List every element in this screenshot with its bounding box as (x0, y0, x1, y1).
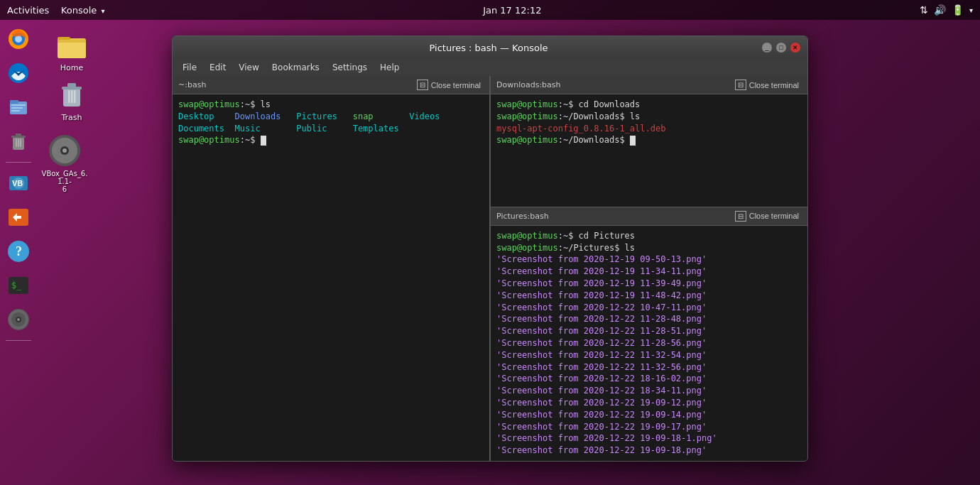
vboxgas-icon-label: VBox_GAs_6.1.1-6 (40, 170, 89, 193)
battery-icon: 🔋 (952, 4, 964, 16)
close-terminal-icon-left: ⊟ (417, 80, 428, 90)
konsole-terminals: ~:bash ⊟ Close terminal swap@optimus:~$ … (173, 76, 807, 461)
svg-rect-8 (11, 110, 20, 111)
close-terminal-top-right[interactable]: ⊟ Close terminal (732, 78, 802, 92)
home-folder-icon (55, 27, 89, 61)
firefox-icon (6, 26, 31, 52)
svg-rect-36 (74, 90, 76, 103)
dock-item-dvd[interactable] (3, 304, 34, 335)
terminal-panel-left: ~:bash ⊟ Close terminal swap@optimus:~$ … (173, 76, 490, 461)
dock-separator-2 (6, 340, 31, 341)
minimize-button[interactable]: _ (762, 43, 772, 53)
menu-view[interactable]: View (233, 61, 264, 74)
dropdown-icon[interactable]: ▾ (969, 6, 973, 14)
terminal-panel-top-right: Downloads:bash ⊟ Close terminal swap@opt… (491, 76, 807, 207)
terminal-header-left: ~:bash ⊟ Close terminal (173, 76, 489, 94)
terminal-body-top-right[interactable]: swap@optimus:~$ cd Downloads swap@optimu… (491, 94, 807, 207)
dock-separator (6, 162, 31, 163)
svg-rect-34 (68, 90, 70, 103)
close-terminal-left[interactable]: ⊟ Close terminal (414, 78, 484, 92)
dock-item-firefox[interactable] (3, 23, 34, 55)
close-terminal-icon-bottom-right: ⊟ (735, 211, 746, 222)
dock-item-terminal[interactable]: $_ (3, 270, 34, 301)
konsole-titlebar: Pictures : bash — Konsole _ □ ✕ (173, 36, 807, 59)
dock: VB ? (0, 20, 37, 485)
svg-rect-5 (10, 100, 18, 104)
konsole-title: Pictures : bash — Konsole (215, 43, 762, 53)
system-tray: ⇅ 🔊 🔋 ▾ (920, 4, 973, 16)
help-icon: ? (6, 239, 31, 264)
svg-rect-35 (71, 90, 73, 103)
konsole-menu-label[interactable]: Konsole (61, 5, 97, 16)
close-terminal-bottom-right[interactable]: ⊟ Close terminal (732, 209, 802, 223)
konsole-window: Pictures : bash — Konsole _ □ ✕ File Edi… (172, 36, 808, 462)
terminal-title-left: ~:bash (178, 80, 206, 89)
files-icon (6, 94, 31, 120)
close-terminal-icon-top-right: ⊟ (735, 80, 746, 90)
terminal-body-bottom-right[interactable]: swap@optimus:~$ cd Pictures swap@optimus… (491, 226, 807, 461)
svg-rect-30 (58, 40, 86, 43)
konsole-menubar: File Edit View Bookmarks Settings Help (173, 59, 807, 76)
svg-rect-7 (11, 107, 23, 109)
dvd-icon (6, 307, 31, 332)
dock-item-software-center[interactable] (3, 202, 34, 233)
activities-label[interactable]: Activities Konsole ▾ (7, 5, 104, 16)
svg-text:$_: $_ (11, 280, 22, 290)
terminal-right-container: Downloads:bash ⊟ Close terminal swap@opt… (490, 76, 807, 461)
terminal-header-top-right: Downloads:bash ⊟ Close terminal (491, 76, 807, 94)
dock-item-trash[interactable] (3, 126, 34, 157)
terminal-panel-bottom-right: Pictures:bash ⊟ Close terminal swap@opti… (491, 207, 807, 461)
maximize-button[interactable]: □ (776, 43, 786, 53)
terminal-header-bottom-right: Pictures:bash ⊟ Close terminal (491, 207, 807, 226)
terminal-icon: $_ (6, 273, 31, 298)
network-icon: ⇅ (920, 4, 928, 16)
desktop: VB ? (0, 20, 980, 485)
menu-settings[interactable]: Settings (327, 61, 373, 74)
terminal-body-left[interactable]: swap@optimus:~$ ls Desktop Downloads Pic… (173, 94, 489, 461)
sound-icon: 🔊 (934, 4, 946, 16)
desktop-icon-trash[interactable]: Trash (47, 77, 97, 122)
svg-text:?: ? (16, 244, 22, 258)
svg-rect-13 (18, 138, 19, 147)
svg-rect-14 (20, 138, 21, 147)
svg-rect-11 (16, 133, 21, 136)
datetime-display: Jan 17 12:12 (483, 5, 541, 16)
dock-item-thunderbird[interactable] (3, 58, 34, 89)
dock-item-files[interactable] (3, 92, 34, 123)
home-icon-label: Home (60, 63, 83, 72)
svg-rect-6 (11, 104, 26, 106)
vbox-icon: VB (6, 170, 31, 196)
window-controls: _ □ ✕ (762, 43, 800, 53)
dock-item-help[interactable]: ? (3, 236, 34, 267)
svg-point-40 (62, 148, 67, 153)
dock-item-show-apps[interactable] (3, 346, 34, 377)
top-bar: Activities Konsole ▾ Jan 17 12:12 ⇅ 🔊 🔋 … (0, 0, 980, 20)
thunderbird-icon (6, 60, 31, 86)
dock-item-vbox[interactable]: VB (3, 168, 34, 199)
svg-text:VB: VB (12, 179, 23, 187)
menu-help[interactable]: Help (374, 61, 405, 74)
trash-icon (6, 129, 31, 154)
close-button[interactable]: ✕ (790, 43, 800, 53)
desktop-icon-vboxgas[interactable]: VBox_GAs_6.1.1-6 (40, 133, 89, 193)
software-center-icon (6, 205, 31, 230)
vboxgas-icon (48, 133, 82, 168)
terminal-title-top-right: Downloads:bash (496, 80, 561, 89)
svg-rect-33 (67, 83, 76, 87)
menu-bookmarks[interactable]: Bookmarks (266, 61, 325, 74)
menu-file[interactable]: File (177, 61, 202, 74)
svg-rect-12 (16, 138, 17, 147)
desktop-icon-home[interactable]: Home (47, 27, 97, 72)
trash-desktop-icon (55, 77, 89, 111)
svg-point-25 (17, 318, 20, 321)
menu-edit[interactable]: Edit (204, 61, 232, 74)
terminal-title-bottom-right: Pictures:bash (496, 212, 549, 221)
trash-icon-label: Trash (61, 113, 82, 122)
